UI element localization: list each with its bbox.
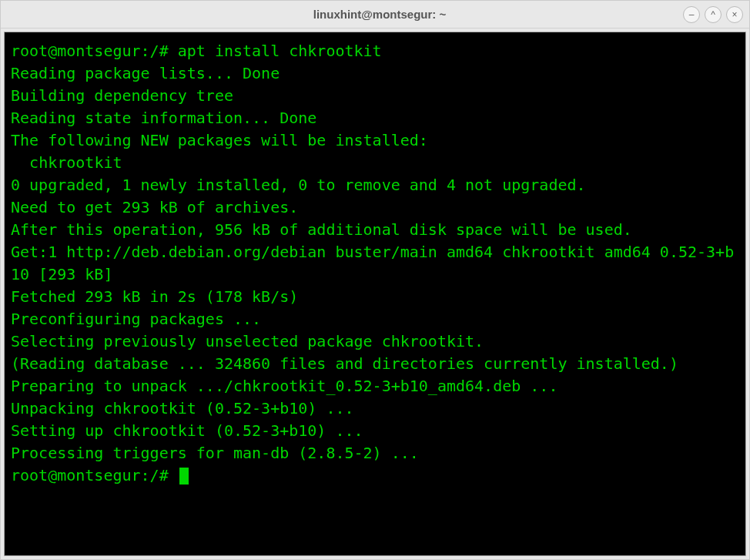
- terminal-output-line: Preparing to unpack .../chkrootkit_0.52-…: [11, 375, 739, 397]
- terminal-output-line: Processing triggers for man-db (2.8.5-2)…: [11, 442, 739, 464]
- window-controls: – ^ ×: [683, 6, 743, 23]
- terminal-output: Reading package lists... DoneBuilding de…: [11, 62, 739, 464]
- terminal-output-line: chkrootkit: [11, 152, 739, 174]
- maximize-icon: ^: [711, 10, 715, 19]
- prompt-line-end: root@montsegur:/#: [11, 464, 739, 487]
- terminal-output-line: Get:1 http://deb.debian.org/debian buste…: [11, 241, 739, 286]
- command-line: root@montsegur:/# apt install chkrootkit: [11, 40, 739, 62]
- minimize-icon: –: [689, 10, 695, 19]
- prompt: root@montsegur:/#: [11, 42, 178, 60]
- terminal-output-line: After this operation, 956 kB of addition…: [11, 219, 739, 241]
- terminal-output-line: Setting up chkrootkit (0.52-3+b10) ...: [11, 420, 739, 442]
- titlebar: linuxhint@montsegur: ~ – ^ ×: [1, 1, 749, 29]
- cursor-icon: [179, 468, 189, 485]
- terminal-output-line: Reading state information... Done: [11, 107, 739, 129]
- terminal-output-line: Need to get 293 kB of archives.: [11, 196, 739, 219]
- terminal-output-line: Unpacking chkrootkit (0.52-3+b10) ...: [11, 397, 739, 420]
- terminal-window: linuxhint@montsegur: ~ – ^ × root@montse…: [0, 0, 750, 560]
- terminal-output-line: 0 upgraded, 1 newly installed, 0 to remo…: [11, 174, 739, 196]
- terminal-output-line: Reading package lists... Done: [11, 62, 739, 85]
- prompt-end: root@montsegur:/#: [11, 466, 178, 485]
- close-button[interactable]: ×: [726, 6, 743, 23]
- terminal-output-line: The following NEW packages will be insta…: [11, 129, 739, 152]
- command-text: apt install chkrootkit: [178, 42, 382, 60]
- terminal-output-line: (Reading database ... 324860 files and d…: [11, 353, 739, 375]
- close-icon: ×: [732, 10, 737, 19]
- terminal-output-line: Fetched 293 kB in 2s (178 kB/s): [11, 286, 739, 308]
- maximize-button[interactable]: ^: [705, 6, 722, 23]
- terminal-output-line: Preconfiguring packages ...: [11, 308, 739, 330]
- terminal-output-line: Building dependency tree: [11, 85, 739, 107]
- terminal-output-line: Selecting previously unselected package …: [11, 330, 739, 353]
- minimize-button[interactable]: –: [683, 6, 700, 23]
- window-title: linuxhint@montsegur: ~: [76, 8, 683, 21]
- terminal-content[interactable]: root@montsegur:/# apt install chkrootkit…: [4, 32, 746, 556]
